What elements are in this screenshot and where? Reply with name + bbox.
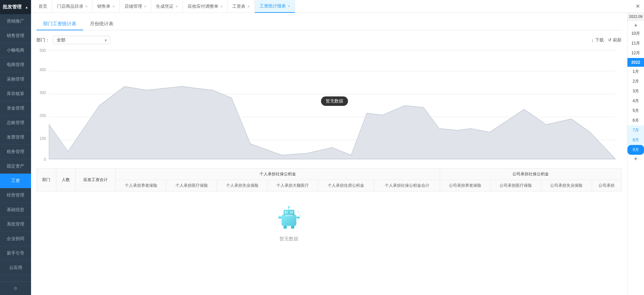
refresh-button[interactable]: ↺ 刷新 [608,37,622,43]
date-month-3[interactable]: 3月 [627,86,644,96]
svg-rect-25 [291,226,294,229]
sidebar-item-销售管理[interactable]: 销售管理 [0,29,31,43]
svg-rect-13 [281,214,296,226]
date-month-4[interactable]: 4月 [627,96,644,106]
sidebar-settings[interactable]: ⚙ [0,282,31,295]
date-month-8[interactable]: 8月 [627,135,644,145]
col-company-unemployment: 公司承担失业保险 [541,180,592,191]
sidebar-item-企业协同[interactable]: 企业协同 [0,232,31,246]
refresh-icon: ↺ [608,37,612,42]
toolbar: 部门： 全部 ↓ 下载 ↺ 刷新 [36,36,622,44]
sidebar-item-税务管理[interactable]: 税务管理 [0,145,31,159]
tab-close-icon[interactable]: × [176,4,178,8]
sidebar-item-资金管理[interactable]: 资金管理 [0,101,31,116]
sidebar-item-新手引导[interactable]: 新手引导 [0,246,31,261]
tab-label: 门店商品目录 [57,3,83,9]
table-scroll[interactable]: 部门 人数 应发工资合计 个人承担社保公积金 公司承担社保公积金 个人承担养老保… [36,168,622,249]
tab-close-icon[interactable]: × [144,4,146,8]
tab-工资表[interactable]: 工资表× [227,0,254,13]
sidebar-item-基础信息[interactable]: 基础信息 [0,203,31,217]
col-personal-major-medical: 个人承担大额医疗 [267,180,318,191]
col-company-insurance: 公司承担社保公积金 [440,169,621,180]
date-year-2022[interactable]: 2022 [627,58,644,67]
tab-label: 应收应付调整单 [188,3,218,9]
tab-label: 工资表 [232,3,245,9]
tab-close-icon[interactable]: × [220,4,222,8]
tab-dept-stats[interactable]: 部门工资统计表 [36,18,83,30]
tab-close-icon[interactable]: × [247,4,249,8]
tab-close-icon[interactable]: × [85,4,87,8]
svg-text:400: 400 [39,67,46,72]
svg-rect-23 [296,216,300,218]
tab-close-icon[interactable]: × [288,4,290,8]
col-personal-housing: 个人承担住房公积金 [318,180,374,191]
date-month-2[interactable]: 2月 [627,77,644,86]
sidebar-item-工资[interactable]: 工资 [0,174,31,188]
col-personal-insurance: 个人承担社保公积金 [116,169,440,180]
date-nav-down[interactable]: ▼ [627,155,644,163]
tab-应收应付调整单[interactable]: 应收应付调整单× [183,0,227,13]
tab-门店商品目录[interactable]: 门店商品目录× [52,0,92,13]
sidebar-header[interactable]: 批发管理 ▲ [0,0,31,14]
col-company-medical: 公司承担医疗保险 [490,180,541,191]
svg-point-19 [286,212,287,213]
date-month-10[interactable]: 10月 [627,29,644,38]
sidebar: 批发管理 ▲ 营销推广销售管理小畅电商电商管理采购管理库存核算资金管理总账管理发… [0,0,31,295]
date-panel-header: 2022.09 [627,13,644,21]
date-nav-up[interactable]: ▲ [627,21,644,29]
download-button[interactable]: ↓ 下载 [592,37,604,43]
download-icon: ↓ [592,37,594,42]
sidebar-item-小畅电商[interactable]: 小畅电商 [0,43,31,58]
dept-select[interactable]: 全部 [53,36,110,44]
svg-rect-22 [278,216,281,218]
sidebar-collapse-icon: ▲ [25,5,28,9]
tab-首页[interactable]: 首页 [34,0,52,13]
tab-工资统计报表[interactable]: 工资统计报表× [255,0,295,13]
tab-生成凭证[interactable]: 生成凭证× [151,0,183,13]
tab-label: 生成凭证 [156,3,173,9]
sidebar-item-总账管理[interactable]: 总账管理 [0,116,31,130]
tab-bar: 首页门店商品目录×销售单×店铺管理×生成凭证×应收应付调整单×工资表×工资统计报… [31,0,644,13]
tab-close-icon[interactable]: × [112,4,114,8]
sidebar-item-固定资产[interactable]: 固定资产 [0,159,31,174]
date-panel: 2022.09 ▲ 10月 11月 12月 2022 1月 2月 3月 4月 5… [627,13,644,295]
sidebar-item-经营管理[interactable]: 经营管理 [0,188,31,203]
sidebar-item-采购管理[interactable]: 采购管理 [0,72,31,87]
date-month-6[interactable]: 6月 [627,116,644,125]
tab-month-stats[interactable]: 月份统计表 [83,18,120,30]
content-area: 部门工资统计表 月份统计表 部门： 全部 ↓ 下载 [31,13,644,295]
empty-label: 暂无数据 [279,236,298,242]
date-month-7[interactable]: 7月 [627,125,644,135]
date-month-1[interactable]: 1月 [627,67,644,77]
col-company-pension: 公司承担养老保险 [440,180,490,191]
date-month-12[interactable]: 12月 [627,48,644,58]
tab-label: 首页 [38,3,47,9]
col-company-more: 公司承担 [592,180,621,191]
sidebar-title: 批发管理 [3,4,22,10]
chart-tooltip: 暂无数据 [321,96,348,106]
svg-text:500: 500 [39,48,46,53]
sidebar-item-系统管理[interactable]: 系统管理 [0,217,31,232]
dept-filter-label: 部门： [36,37,50,43]
svg-rect-21 [285,215,293,216]
sub-tabs: 部门工资统计表 月份统计表 [36,18,622,30]
gear-icon: ⚙ [14,286,18,291]
tab-销售单[interactable]: 销售单× [92,0,119,13]
toolbar-right: ↓ 下载 ↺ 刷新 [592,37,622,43]
col-personal-pension: 个人承担养老保险 [116,180,166,191]
col-personal-total: 个人承担社保公积金合计 [374,180,440,191]
sidebar-item-库存核算[interactable]: 库存核算 [0,87,31,101]
sidebar-item-营销推广[interactable]: 营销推广 [0,14,31,29]
tab-bar-end: ✕ [634,2,641,11]
svg-point-20 [291,212,292,213]
window-close-icon[interactable]: ✕ [634,2,641,11]
sidebar-item-云应用[interactable]: 云应用 [0,261,31,275]
date-month-11[interactable]: 11月 [627,38,644,48]
sidebar-item-电商管理[interactable]: 电商管理 [0,58,31,72]
col-personal-medical: 个人承担医疗保险 [166,180,217,191]
empty-icon [275,205,302,232]
sidebar-item-发票管理[interactable]: 发票管理 [0,130,31,145]
date-month-5[interactable]: 5月 [627,106,644,116]
date-month-9[interactable]: 9月 [627,145,644,155]
tab-店铺管理[interactable]: 店铺管理× [120,0,151,13]
